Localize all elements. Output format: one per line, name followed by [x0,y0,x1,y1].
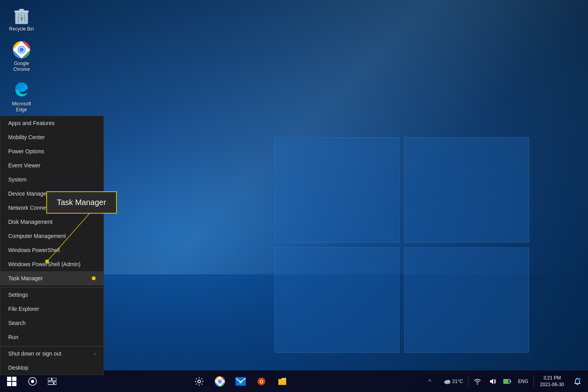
gear-icon [195,377,203,386]
task-manager-tooltip: Task Manager [46,191,117,214]
menu-item-search[interactable]: Search [0,316,103,330]
speaker-icon [489,378,496,385]
win-pane-2 [404,137,529,243]
notification-icon [574,378,581,385]
recycle-bin-label: Recycle Bin [9,26,34,33]
edge-image [12,81,31,100]
temperature-display: 21°C [452,379,463,384]
svg-text:♻: ♻ [20,16,24,21]
menu-item-shut-down[interactable]: Shut down or sign out › [0,346,103,361]
menu-item-file-explorer[interactable]: File Explorer [0,302,103,316]
taskbar-right: ^ 21°C [421,370,588,392]
menu-item-mobility-center[interactable]: Mobility Center [0,130,103,144]
recycle-bin-icon[interactable]: ♻ Recycle Bin [4,4,39,34]
network-icon[interactable] [472,370,483,392]
win-pane-1 [274,137,399,243]
weather-widget[interactable]: 21°C [442,370,465,392]
tray-divider [468,376,468,387]
menu-item-apps-features[interactable]: Apps and Features [0,116,103,130]
battery-icon[interactable] [501,370,513,392]
chrome-taskbar-icon [215,376,225,387]
chevron-up-icon: ^ [428,378,431,385]
notification-button[interactable] [570,370,584,392]
context-menu: Apps and Features Mobility Center Power … [0,116,104,375]
svg-rect-35 [278,380,286,385]
edge-label: Microsoft Edge [6,101,37,113]
svg-point-24 [198,380,201,383]
svg-point-38 [447,380,450,383]
tray-expand-button[interactable]: ^ [421,370,439,392]
desktop-icons-container: ♻ Recycle Bin [4,4,39,115]
windows-logo-decoration [274,137,529,353]
file-explorer-icon [278,377,287,386]
svg-rect-22 [48,382,53,385]
svg-point-39 [477,383,478,385]
menu-item-windows-powershell[interactable]: Windows PowerShell [0,243,103,257]
cloud-icon [444,378,451,385]
svg-rect-14 [7,377,11,381]
desktop: ♻ Recycle Bin [0,0,588,392]
google-chrome-icon[interactable]: Google Chrome [4,38,39,75]
svg-text:O: O [260,379,263,385]
svg-point-10 [19,47,24,52]
chrome-image [12,40,31,59]
language-button[interactable]: ENG [516,370,530,392]
taskbar-settings-icon[interactable] [191,370,208,392]
language-display: ENG [518,379,528,384]
microsoft-edge-icon[interactable]: Microsoft Edge [4,79,39,115]
menu-item-event-viewer[interactable]: Event Viewer [0,158,103,172]
wifi-icon [474,378,481,385]
chevron-right-icon: › [94,351,96,356]
taskbar-center: M O [191,370,291,392]
svg-text:M: M [240,380,243,384]
taskbar-office-icon[interactable]: O [253,370,270,392]
recycle-bin-image: ♻ [12,6,31,25]
chrome-label: Google Chrome [6,61,37,73]
taskbar-mail-icon[interactable]: M [232,370,250,392]
svg-rect-20 [48,378,51,381]
clock-widget[interactable]: 3:21 PM 2021-06-30 [537,375,567,388]
svg-rect-43 [578,378,581,381]
menu-item-settings[interactable]: Settings [0,287,103,302]
windows-logo-icon [7,377,16,386]
svg-rect-42 [510,381,511,382]
svg-rect-21 [52,378,56,381]
menu-item-system[interactable]: System [0,172,103,187]
task-view-icon [48,378,56,385]
battery-icon [503,379,511,384]
time-display: 3:21 PM [543,375,561,381]
svg-rect-41 [504,380,508,383]
menu-item-desktop[interactable]: Desktop [0,361,103,375]
menu-item-run[interactable]: Run [0,330,103,344]
win-pane-4 [404,247,529,353]
taskbar-file-explorer-icon[interactable] [274,370,291,392]
svg-point-19 [31,380,34,383]
date-display: 2021-06-30 [540,381,564,388]
menu-item-power-options[interactable]: Power Options [0,144,103,158]
menu-item-disk-management[interactable]: Disk Management [0,215,103,229]
volume-icon[interactable] [486,370,498,392]
taskbar-chrome-icon[interactable] [211,370,229,392]
tray-divider2 [534,376,534,387]
search-circle-icon [28,377,37,386]
tooltip-text: Task Manager [57,198,106,207]
svg-rect-17 [12,382,16,386]
mail-icon: M [236,377,246,386]
svg-rect-5 [19,9,24,11]
menu-item-windows-powershell-admin[interactable]: Windows PowerShell (Admin) [0,257,103,271]
win-pane-3 [274,247,399,353]
menu-item-task-manager[interactable]: Task Manager [0,271,103,285]
svg-point-28 [219,380,221,383]
svg-rect-15 [12,377,16,381]
menu-item-computer-management[interactable]: Computer Management [0,229,103,243]
svg-rect-16 [7,382,11,386]
svg-rect-23 [54,382,56,385]
task-manager-indicator [92,276,96,280]
office-icon: O [257,377,266,386]
